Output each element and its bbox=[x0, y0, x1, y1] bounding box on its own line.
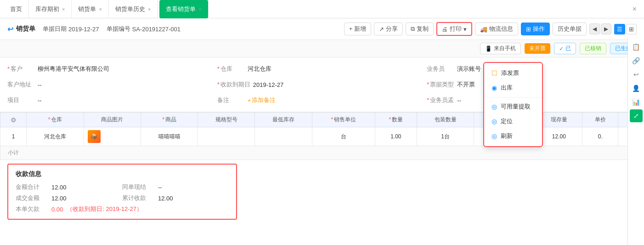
sidebar-doc-icon[interactable]: 📋 bbox=[630, 40, 643, 53]
tab-sales[interactable]: 销货单 × bbox=[72, 0, 108, 18]
sidebar-expand-icon[interactable]: ⤢ bbox=[630, 109, 643, 122]
subtotal-label: 小计 bbox=[0, 146, 644, 160]
operation-button-label: 操作 bbox=[533, 25, 545, 33]
form-area: 客户 柳州粤港平安气体有限公司 仓库 河北仓库 业务员 演示账号 客户地址 --… bbox=[0, 57, 644, 112]
address-value: -- bbox=[38, 81, 42, 88]
tab-sales-close[interactable]: × bbox=[99, 6, 102, 12]
row-min-stock bbox=[255, 127, 312, 146]
from-phone-button[interactable]: 📱 来自手机 bbox=[480, 43, 521, 54]
locate-label: 定位 bbox=[501, 117, 513, 125]
print-button[interactable]: 🖨 打印 ▾ bbox=[436, 22, 472, 36]
logistics-icon: 🚚 bbox=[480, 26, 487, 33]
copy-button[interactable]: ⧉ 复制 bbox=[406, 23, 434, 35]
ticket-type-value: 不开票 bbox=[457, 80, 475, 89]
amount-label: 金额合计 bbox=[16, 183, 48, 191]
history-button-label: 历史单据 bbox=[558, 25, 582, 33]
window-close-button[interactable]: × bbox=[629, 5, 640, 13]
add-note-button[interactable]: + 添加备注 bbox=[248, 96, 276, 104]
not-open-ticket-button[interactable]: 未开票 bbox=[525, 43, 550, 54]
phone-icon: 📱 bbox=[485, 46, 492, 52]
th-product: 商品 bbox=[141, 113, 198, 127]
due-date-value: 2019-12-27 bbox=[253, 81, 284, 88]
add-button-label: + 新增 bbox=[349, 25, 366, 33]
view-list-button[interactable]: ☰ bbox=[614, 24, 625, 34]
copy-icon: ⧉ bbox=[411, 25, 415, 33]
refresh-label: 刷新 bbox=[501, 132, 513, 140]
dropdown-outbound[interactable]: ◉ 出库 bbox=[484, 80, 542, 95]
project-row: 项目 -- bbox=[7, 94, 217, 106]
th-price: 单价 bbox=[582, 113, 618, 127]
dropdown-locate[interactable]: ◎ 定位 bbox=[484, 114, 542, 129]
row-unit: 台 bbox=[312, 127, 375, 146]
product-image: 📦 bbox=[88, 130, 101, 143]
row-num: 1 bbox=[0, 127, 27, 146]
sidebar-person-icon[interactable]: 👤 bbox=[630, 82, 643, 95]
operation-button[interactable]: ⊞ 操作 bbox=[521, 23, 550, 35]
dropdown-divider bbox=[484, 97, 542, 97]
operation-dropdown: ☐ 添发票 ◉ 出库 ◎ 可用量提取 ◎ 定位 ◎ 刷新 bbox=[483, 62, 543, 147]
dropdown-refresh[interactable]: ◎ 刷新 bbox=[484, 129, 542, 143]
salesperson-label: 业务员 bbox=[427, 65, 454, 73]
print-button-label: 打印 bbox=[450, 25, 462, 33]
tab-view-sales-close[interactable]: × bbox=[198, 6, 201, 12]
share-button-label: 分享 bbox=[386, 25, 398, 33]
outbound-icon: ◉ bbox=[491, 84, 497, 91]
same-order-label: 同单现结 bbox=[122, 183, 154, 191]
warehouse-row: 仓库 河北仓库 bbox=[217, 63, 427, 75]
nav-next[interactable]: ▶ bbox=[601, 23, 611, 34]
due-date-row: 收款到期日 2019-12-27 bbox=[217, 79, 427, 91]
subtotal-row: 小计 bbox=[0, 146, 644, 160]
share-button[interactable]: ↗ 分享 bbox=[374, 23, 403, 35]
sidebar-return-icon[interactable]: ↩ bbox=[630, 68, 643, 81]
remark-row: 备注 + 添加备注 bbox=[217, 94, 427, 106]
tab-history[interactable]: 销货单历史 × bbox=[109, 0, 158, 18]
nav-prev[interactable]: ◀ bbox=[589, 23, 600, 34]
history-button[interactable]: 历史单据 bbox=[553, 23, 587, 35]
tab-inventory[interactable]: 库存期初 × bbox=[29, 0, 72, 18]
sidebar-link-icon[interactable]: 🔗 bbox=[630, 54, 643, 67]
sidebar-chart-icon[interactable]: 📊 bbox=[630, 96, 643, 108]
nav-arrows: ◀ ▶ bbox=[589, 23, 611, 34]
confirm-button[interactable]: ✓ 已 bbox=[554, 43, 576, 54]
accumulated-row: 累计收款 12.00 bbox=[122, 194, 229, 202]
add-invoice-icon: ☐ bbox=[491, 69, 497, 77]
doc-number-value: SA-20191227-001 bbox=[132, 26, 181, 33]
logistics-button[interactable]: 🚚 物流信息 bbox=[475, 23, 518, 35]
toolbar: + 新增 ↗ 分享 ⧉ 复制 🖨 打印 ▾ 🚚 物流信息 bbox=[344, 22, 637, 36]
tab-view-sales[interactable]: 查看销货单 × bbox=[159, 0, 208, 18]
remark-label: 备注 bbox=[217, 96, 245, 104]
add-note-icon: + bbox=[248, 97, 251, 104]
settings-icon[interactable]: ⚙ bbox=[11, 116, 17, 124]
th-warehouse: 仓库 bbox=[27, 113, 84, 127]
customer-row: 客户 柳州粤港平安气体有限公司 bbox=[7, 63, 217, 75]
tab-bar: 首页 库存期初 × 销货单 × 销货单历史 × 查看销货单 × × bbox=[0, 0, 644, 18]
due-text: （收款到期日: 2019-12-27） bbox=[67, 205, 142, 213]
th-pkg-qty: 包装数量 bbox=[417, 113, 474, 127]
warehouse-label: 仓库 bbox=[217, 65, 245, 73]
th-product-img: 商品图片 bbox=[84, 113, 141, 127]
tab-inventory-close[interactable]: × bbox=[62, 6, 65, 12]
project-label: 项目 bbox=[7, 96, 35, 104]
doc-header: ↩ 销货单 单据日期 2019-12-27 单据编号 SA-20191227-0… bbox=[0, 18, 644, 40]
dropdown-available-qty[interactable]: ◎ 可用量提取 bbox=[484, 99, 542, 114]
locate-icon: ◎ bbox=[491, 118, 497, 125]
warehouse-value: 河北仓库 bbox=[248, 65, 271, 73]
view-toggle: ☰ ⊞ bbox=[614, 24, 637, 34]
available-qty-label: 可用量提取 bbox=[501, 103, 531, 111]
same-order-row: 同单现结 -- bbox=[122, 183, 229, 191]
add-button[interactable]: + 新增 bbox=[344, 23, 371, 35]
accumulated-value: 12.00 bbox=[158, 195, 173, 202]
tab-home[interactable]: 首页 bbox=[4, 0, 29, 18]
doc-number-item: 单据编号 SA-20191227-001 bbox=[107, 25, 181, 33]
doc-title-text: 销货单 bbox=[16, 25, 35, 33]
dropdown-add-invoice[interactable]: ☐ 添发票 bbox=[484, 66, 542, 80]
tab-history-close[interactable]: × bbox=[148, 6, 151, 12]
view-grid-button[interactable]: ⊞ bbox=[626, 24, 637, 34]
owe-row: 本单欠款 0.00 （收款到期日: 2019-12-27） bbox=[16, 205, 229, 213]
share-icon: ↗ bbox=[379, 26, 384, 33]
sold-badge: 已核销 bbox=[580, 43, 606, 54]
tab-home-label: 首页 bbox=[10, 5, 22, 13]
amount-row: 金额合计 12.00 bbox=[16, 183, 122, 191]
payment-info: 收款信息 金额合计 12.00 同单现结 -- 成交金额 12.00 累计收款 … bbox=[7, 164, 237, 220]
same-order-value: -- bbox=[158, 184, 162, 191]
